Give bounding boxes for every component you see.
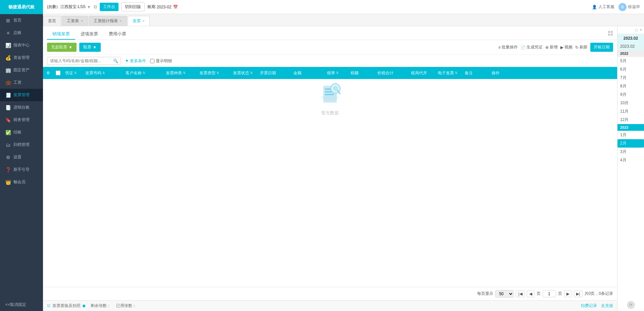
date-month-12[interactable]: 12月 bbox=[617, 116, 644, 124]
subtab-sales[interactable]: 销项发票 bbox=[47, 29, 75, 40]
date-month-2-active[interactable]: 2月 bbox=[617, 139, 644, 148]
page-input[interactable] bbox=[543, 290, 556, 297]
sidebar-item-reports[interactable]: 📊 报表中心 bbox=[0, 39, 43, 51]
more-filter-button[interactable]: ▼ 更多条件 bbox=[125, 58, 146, 64]
add-button[interactable]: ⊕ 新增 bbox=[545, 44, 558, 50]
date-month-item-current[interactable]: 2023.02 bbox=[617, 43, 644, 50]
last-page-button[interactable]: ▶| bbox=[574, 290, 583, 297]
th-electronic[interactable]: 电子发票 ⇅ bbox=[436, 70, 463, 76]
date-month-10[interactable]: 10月 bbox=[617, 99, 644, 107]
sidebar-item-funds[interactable]: 💰 资金管理 bbox=[0, 51, 43, 64]
toolbar: 无血取票 ▼ 取票 ▼ ≡ 批量操作 📄 生成凭证 bbox=[43, 40, 617, 55]
company-selector[interactable]: (勿删）江西股宝-LSS ▼ bbox=[47, 4, 91, 10]
sidebar-item-invoices[interactable]: 🧾 发票管理 bbox=[0, 89, 43, 101]
date-panel-maximize-icon[interactable]: □ bbox=[635, 28, 638, 32]
th-customer[interactable]: 客户名称 ⇅ bbox=[124, 70, 164, 76]
th-invoice-cat[interactable]: 发票类型 ⇅ bbox=[197, 70, 231, 76]
check-label: 发票查验及拍照 bbox=[52, 303, 81, 309]
sidebar-item-home[interactable]: ⊞ 首页 bbox=[0, 14, 43, 27]
deduct-link[interactable]: 扣费记录 bbox=[581, 303, 597, 309]
search-icon: 🔍 bbox=[113, 59, 118, 63]
th-invoice-no[interactable]: 发票号码 ⇅ bbox=[83, 70, 124, 76]
sidebar-pin-toggle[interactable]: <<取消固定 bbox=[0, 299, 43, 311]
sidebar-item-sales-ledger[interactable]: 📑 进销台账 bbox=[0, 101, 43, 114]
subtab-purchase[interactable]: 进项发票 bbox=[75, 29, 103, 40]
sidebar-item-member[interactable]: 👑 畅会员 bbox=[0, 176, 43, 188]
svg-rect-2 bbox=[608, 34, 610, 36]
tab-salary-report-close[interactable]: × bbox=[120, 19, 122, 23]
video-button[interactable]: ▶ 视频 bbox=[560, 44, 572, 50]
reports-icon: 📊 bbox=[5, 43, 11, 48]
sidebar-item-settings[interactable]: ⚙ 设置 bbox=[0, 151, 43, 163]
gen-cert-button[interactable]: 📄 生成凭证 bbox=[520, 44, 543, 50]
add-label: 新增 bbox=[550, 44, 558, 50]
next-page-button[interactable]: ▶ bbox=[564, 290, 572, 297]
sidebar-item-label: 首页 bbox=[13, 17, 21, 23]
date-panel-close-icon[interactable]: × bbox=[640, 28, 642, 32]
support-button[interactable]: 👤 人工客服 bbox=[592, 4, 614, 10]
th-invoice-status[interactable]: 发票状态 ⇅ bbox=[231, 70, 258, 76]
bottombar: ☑ 发票查验及拍照 剩余张数： 已用张数： 扣费记录 去充值 bbox=[43, 300, 617, 311]
workspace-button[interactable]: 工作台 bbox=[100, 3, 119, 11]
date-panel-scroll-icon[interactable]: ⟳ bbox=[627, 301, 635, 309]
date-month-8[interactable]: 8月 bbox=[617, 82, 644, 90]
home-icon: ⊞ bbox=[5, 18, 11, 23]
sidebar-item-ledger[interactable]: ≡ 总账 bbox=[0, 27, 43, 39]
show-detail-toggle[interactable]: 显示明细 bbox=[150, 58, 172, 64]
assets-icon: 🏢 bbox=[5, 68, 11, 73]
copy-icon[interactable]: ⧉ bbox=[94, 4, 97, 10]
tab-salary[interactable]: 工资表 × bbox=[62, 16, 88, 26]
calendar-icon[interactable]: 📅 bbox=[173, 5, 178, 9]
company-name: (勿删）江西股宝-LSS bbox=[47, 4, 86, 10]
user-menu[interactable]: 徐 徐溢华 bbox=[618, 3, 640, 11]
show-detail-checkbox[interactable] bbox=[150, 59, 154, 63]
sidebar-item-salary[interactable]: 💼 工资 bbox=[0, 76, 43, 89]
sidebar-item-label: 固定资产 bbox=[13, 67, 30, 73]
open-period-button[interactable]: 开账日期 bbox=[590, 43, 613, 52]
th-tax-rate[interactable]: 税率 ⇅ bbox=[325, 70, 349, 76]
date-month-7[interactable]: 7月 bbox=[617, 74, 644, 82]
tab-invoice-close[interactable]: × bbox=[143, 19, 145, 23]
sidebar-item-label: 畅会员 bbox=[13, 179, 26, 185]
take-button[interactable]: 取票 ▼ bbox=[79, 43, 101, 52]
gen-cert-icon: 📄 bbox=[520, 45, 525, 50]
th-invoice-type[interactable]: 发票种类 ⇅ bbox=[164, 70, 197, 76]
batch-op-label: 批量操作 bbox=[502, 44, 518, 50]
th-checkbox[interactable] bbox=[53, 71, 63, 75]
first-page-button[interactable]: |◀ bbox=[516, 290, 524, 297]
date-month-4[interactable]: 4月 bbox=[617, 156, 644, 164]
tab-invoice[interactable]: 发票 × bbox=[128, 16, 150, 26]
sidebar-item-archive[interactable]: 🗂 归档管理 bbox=[0, 139, 43, 151]
date-month-6[interactable]: 6月 bbox=[617, 65, 644, 74]
subtab-expense[interactable]: 费用小票 bbox=[103, 29, 132, 40]
date-month-11[interactable]: 11月 bbox=[617, 107, 644, 116]
search-input[interactable] bbox=[47, 57, 121, 65]
period-label: 账期 2023-02 📅 bbox=[147, 4, 178, 10]
th-tax-label: 税额 bbox=[351, 70, 359, 76]
sidebar-item-assets[interactable]: 🏢 固定资产 bbox=[0, 64, 43, 76]
check-icon: ☑ bbox=[47, 304, 50, 308]
filterbar: 🔍 ▼ 更多条件 显示明细 bbox=[43, 55, 617, 67]
tab-home[interactable]: 首页 bbox=[43, 16, 61, 26]
date-month-3[interactable]: 3月 bbox=[617, 148, 644, 156]
prev-page-button[interactable]: ◀ bbox=[527, 290, 535, 297]
refresh-button[interactable]: ↻ 刷新 bbox=[575, 44, 588, 50]
old-version-button[interactable]: 切到旧版 bbox=[121, 2, 145, 11]
tab-salary-label: 工资表 bbox=[67, 18, 79, 24]
no-take-button[interactable]: 无血取票 ▼ bbox=[47, 43, 77, 52]
th-cert[interactable]: 凭证 ⇅ bbox=[63, 70, 83, 76]
tab-salary-close[interactable]: × bbox=[81, 19, 83, 23]
date-month-1[interactable]: 1月 bbox=[617, 131, 644, 139]
recharge-link[interactable]: 去充值 bbox=[601, 303, 613, 309]
sidebar-item-close-account[interactable]: ✅ 结账 bbox=[0, 126, 43, 139]
per-page-select[interactable]: 50 20 100 bbox=[495, 290, 514, 298]
sidebar-item-tax[interactable]: 🔖 税务管理 bbox=[0, 114, 43, 126]
sidebar-item-guide[interactable]: ❓ 新手引导 bbox=[0, 163, 43, 176]
grid-view-icon[interactable] bbox=[608, 31, 613, 37]
topbar: (勿删）江西股宝-LSS ▼ ⧉ 工作台 切到旧版 账期 2023-02 📅 👤… bbox=[43, 0, 644, 14]
date-month-5[interactable]: 5月 bbox=[617, 57, 644, 65]
tab-salary-report[interactable]: 工资统计报表 × bbox=[89, 16, 127, 26]
th-total-label: 价税合计 bbox=[377, 70, 394, 76]
batch-op-button[interactable]: ≡ 批量操作 bbox=[498, 44, 518, 50]
date-month-9[interactable]: 9月 bbox=[617, 90, 644, 99]
